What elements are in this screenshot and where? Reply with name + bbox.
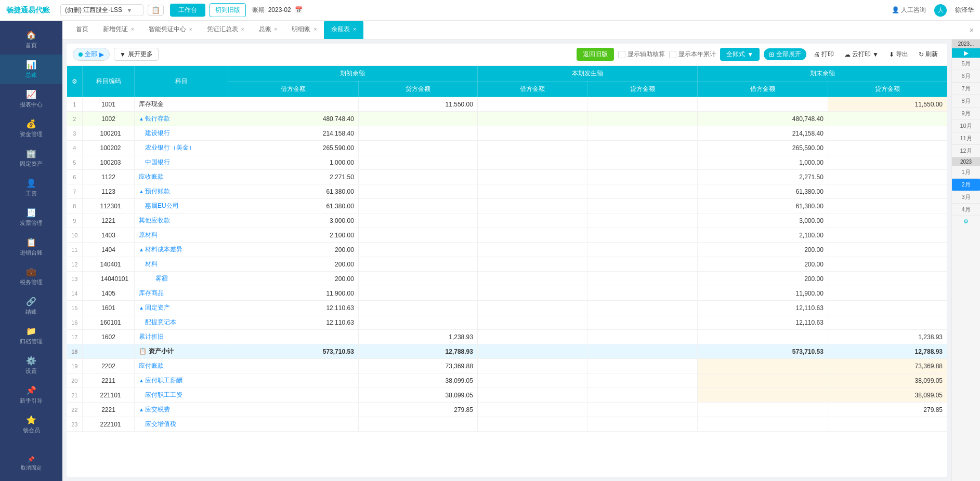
cloud-print-button[interactable]: ☁ 云打印 ▼ (841, 48, 882, 61)
month-1[interactable]: 1月 (952, 166, 980, 179)
sidebar-item-salary[interactable]: 👤 工资 (0, 173, 62, 203)
sidebar-item-funds[interactable]: 💰 资金管理 (0, 114, 62, 143)
expand-arrow[interactable]: ▲ (139, 116, 144, 122)
print-button[interactable]: 🖨 打印 (811, 48, 837, 61)
check-annual[interactable]: 显示本年累计 (669, 50, 716, 59)
account-link[interactable]: 惠属EU公司 (145, 202, 179, 209)
row-code: 100202 (83, 141, 135, 155)
display-mode-button[interactable]: 全账式 ▼ (720, 48, 760, 61)
tab-new-voucher-close[interactable]: × (131, 26, 134, 32)
expand-arrow[interactable]: ▲ (139, 189, 144, 194)
sidebar-item-settings[interactable]: ⚙️ 设置 (0, 351, 62, 380)
user-name[interactable]: 徐泽华 (955, 6, 974, 15)
account-link[interactable]: 应交增值税 (145, 420, 176, 427)
sidebar-item-vip[interactable]: ⭐ 畅会员 (0, 410, 62, 439)
account-link[interactable]: 累计折旧 (139, 333, 164, 340)
tab-voucher-summary-close[interactable]: × (241, 26, 244, 32)
sidebar-item-archive[interactable]: 📁 归档管理 (0, 321, 62, 351)
month-4[interactable]: 4月 (952, 204, 980, 216)
tab-home[interactable]: 首页 (69, 21, 96, 39)
account-link[interactable]: 应收账款 (139, 173, 164, 180)
col-setting[interactable]: ⚙ (67, 66, 83, 97)
service-link[interactable]: 👤 人工咨询 (892, 6, 926, 15)
workbench-button[interactable]: 工作台 (170, 4, 205, 17)
account-link[interactable]: 中国银行 (145, 158, 170, 166)
sidebar-item-reports[interactable]: 📈 报表中心 (0, 84, 62, 114)
tab-smart-voucher[interactable]: 智能凭证中心 × (141, 21, 200, 39)
account-link[interactable]: 农业银行（美金） (145, 144, 195, 151)
export-button[interactable]: ⬇ 导出 (886, 48, 911, 61)
month-10[interactable]: 10月 (952, 120, 980, 132)
cp-debit (477, 243, 587, 257)
sidebar-item-assets[interactable]: 🏢 固定资产 (0, 143, 62, 173)
account-link[interactable]: 材料 (145, 260, 158, 268)
expand-button[interactable]: ▼ 展开更多 (114, 48, 159, 61)
account-link[interactable]: 固定资产 (145, 304, 170, 311)
cp-credit (587, 403, 698, 417)
sidebar-item-ledger[interactable]: 📊 总账 (0, 55, 62, 84)
tab-general-ledger-close[interactable]: × (275, 26, 278, 32)
sidebar-item-home[interactable]: 🏠 首页 (0, 25, 62, 55)
account-link[interactable]: 配提意记本 (145, 318, 176, 326)
month-9[interactable]: 9月 (952, 108, 980, 120)
account-link[interactable]: 建设银行 (145, 129, 170, 137)
table-row: 22 2221 ▲应交税费 279.85 279.85 (67, 403, 947, 417)
company-selector[interactable]: (勿删) 江西股全-LSS ▼ (60, 4, 143, 16)
month-8[interactable]: 8月 (952, 95, 980, 108)
check-annual-label: 显示本年累计 (678, 50, 716, 59)
ps-credit: 12,788.93 (358, 344, 477, 359)
account-link[interactable]: 应交税费 (145, 406, 170, 413)
account-link[interactable]: 雾霾 (155, 275, 168, 282)
month-2-active[interactable]: 2月 (952, 179, 980, 191)
expand-all-toggle[interactable]: ⊞ 全部展开 (764, 48, 806, 60)
sidebar-item-tax[interactable]: 💼 税务管理 (0, 262, 62, 291)
right-panel-settings[interactable]: ⚙ (952, 216, 980, 227)
expand-arrow[interactable]: ▲ (139, 407, 144, 412)
month-12[interactable]: 12月 (952, 145, 980, 157)
copy-button[interactable]: 📋 (148, 5, 164, 16)
tab-general-ledger[interactable]: 总账 × (252, 21, 285, 39)
month-6[interactable]: 6月 (952, 70, 980, 83)
return-old-version-button[interactable]: 返回旧版 (577, 48, 614, 61)
calendar-icon[interactable]: 📅 (295, 6, 303, 14)
close-all-tabs[interactable]: × (970, 26, 974, 34)
expand-icon: ▼ (120, 51, 126, 58)
switch-version-button[interactable]: 切到旧版 (210, 3, 246, 17)
check-auxiliary[interactable]: 显示辅助核算 (618, 50, 665, 59)
month-5[interactable]: 5月 (952, 58, 980, 70)
account-link[interactable]: 预付账款 (145, 188, 170, 195)
account-link[interactable]: 库存商品 (139, 289, 164, 297)
expand-arrow[interactable]: ▲ (139, 305, 144, 311)
sidebar-item-sales[interactable]: 📋 进销台账 (0, 232, 62, 262)
sidebar-item-invoice[interactable]: 🧾 发票管理 (0, 203, 62, 232)
account-link[interactable]: 材料成本差异 (145, 246, 182, 253)
sidebar-item-close[interactable]: 🔗 结账 (0, 291, 62, 321)
expand-arrow[interactable]: ▲ (139, 378, 144, 383)
account-link[interactable]: 其他应收款 (139, 217, 170, 224)
tab-balance-sheet-close[interactable]: × (353, 26, 356, 32)
tab-balance-sheet[interactable]: 余额表 × (324, 21, 363, 39)
tab-smart-voucher-close[interactable]: × (189, 26, 192, 32)
unpin-icon: 📌 (28, 456, 35, 463)
filter-button[interactable]: 全部 ▶ (73, 48, 110, 61)
account-link[interactable]: 应付职工薪酬 (145, 377, 182, 384)
sidebar-item-guide[interactable]: 📌 新手引导 (0, 380, 62, 410)
account-link[interactable]: 应付职工工资 (145, 391, 182, 398)
month-11[interactable]: 11月 (952, 132, 980, 145)
month-3[interactable]: 3月 (952, 191, 980, 204)
tab-new-voucher[interactable]: 新增凭证 × (96, 21, 141, 39)
account-link[interactable]: 应付账款 (139, 362, 164, 369)
tab-detail-ledger[interactable]: 明细账 × (284, 21, 324, 39)
check-auxiliary-box[interactable] (618, 51, 625, 58)
tab-voucher-summary[interactable]: 凭证汇总表 × (200, 21, 252, 39)
expand-arrow[interactable]: ▲ (139, 247, 144, 252)
sidebar-item-unpin[interactable]: 📌 取消固定 (0, 451, 62, 477)
expand-right-panel[interactable]: ▶ (952, 48, 980, 58)
refresh-button[interactable]: ↻ 刷新 (916, 48, 941, 61)
check-annual-box[interactable] (669, 51, 676, 58)
account-link[interactable]: 原材料 (139, 231, 158, 238)
ps-debit: 12,110.63 (228, 315, 359, 330)
tab-detail-ledger-close[interactable]: × (313, 26, 317, 32)
account-link[interactable]: 银行存款 (145, 115, 170, 122)
month-7[interactable]: 7月 (952, 83, 980, 95)
